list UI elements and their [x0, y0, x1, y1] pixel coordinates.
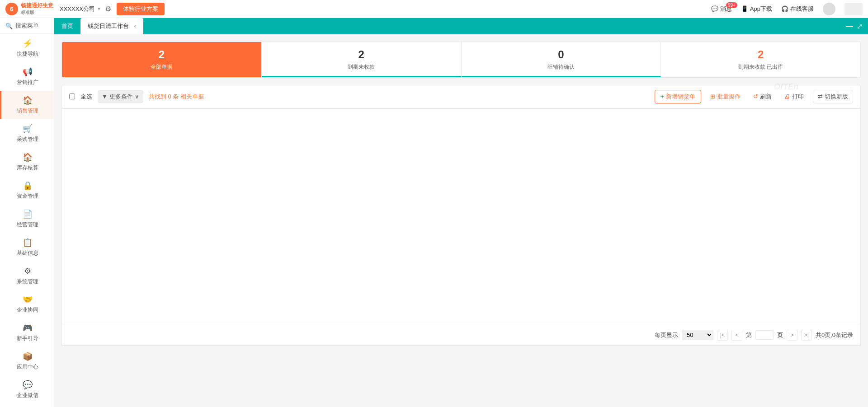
sidebar-search-label: 搜索菜单 — [15, 22, 39, 30]
tab-daily-work[interactable]: 钱货日清工作台 × — [80, 18, 143, 34]
found-count-num: 0 — [168, 93, 171, 100]
sidebar-item-wechat[interactable]: 💬 企业微信 — [0, 375, 54, 404]
filter-label: 更多条件 — [109, 93, 133, 101]
nav-tabs: 首页 钱货日清工作台 × — ⤢ — [54, 18, 868, 34]
switch-icon: ⇄ — [818, 93, 823, 100]
service-label: 在线客服 — [790, 5, 814, 13]
service-icon: 🎧 — [781, 5, 788, 12]
app-logo: 6 畅捷通好生意 标准版 — [5, 2, 60, 16]
toolbar-right: + 新增销货单 ⊞ 批量操作 ↺ 刷新 🖨 打印 ⇄ 切换新版 — [655, 90, 853, 103]
page-number-input[interactable]: 1 — [755, 330, 774, 340]
print-icon: 🖨 — [784, 93, 790, 100]
settings-icon[interactable]: ⚙ — [105, 5, 111, 13]
switch-version-button[interactable]: ⇄ 切换新版 — [813, 90, 853, 103]
stat-card-overdue[interactable]: 2 到期未收款 — [262, 42, 462, 77]
user-name-area[interactable] — [844, 3, 863, 15]
add-sales-order-button[interactable]: + 新增销货单 — [655, 90, 701, 103]
page-size-select[interactable]: 50 20 100 — [682, 330, 713, 340]
app-download-button[interactable]: 📱 App下载 — [741, 5, 772, 13]
sidebar-item-quick-nav[interactable]: ⚡ 快捷导航 — [0, 34, 54, 62]
sidebar-item-label: 应用中心 — [17, 363, 38, 371]
print-button[interactable]: 🖨 打印 — [781, 90, 807, 103]
switch-label: 切换新版 — [825, 93, 848, 101]
sidebar-item-inventory[interactable]: 🏠 库存核算 — [0, 148, 54, 176]
sidebar-item-enterprise[interactable]: 🤝 企业协同 — [0, 290, 54, 318]
underline-bar — [262, 76, 461, 77]
avatar[interactable] — [823, 3, 835, 15]
sidebar-item-label: 新手引导 — [17, 335, 38, 342]
trial-button[interactable]: 体验行业方案 — [117, 3, 165, 15]
page-next-button[interactable]: > — [787, 330, 797, 341]
page-first-button[interactable]: |< — [717, 330, 728, 341]
stat-card-wangpu[interactable]: 0 旺辅待确认 — [462, 42, 661, 77]
sidebar-item-marketing[interactable]: 📢 营销推广 — [0, 62, 54, 91]
online-service-button[interactable]: 🎧 在线客服 — [781, 5, 814, 13]
logo-icon: 6 — [5, 3, 18, 15]
sidebar-item-label: 企业微信 — [17, 392, 38, 399]
stat-label-overdue: 到期未收款 — [271, 63, 452, 71]
sidebar-item-label: 库存核算 — [17, 164, 38, 172]
stat-num-wangpu: 0 — [471, 48, 652, 61]
refresh-icon: ↺ — [753, 93, 758, 100]
message-button[interactable]: 💬 消息 99+ — [711, 5, 732, 13]
inventory-icon: 🏠 — [23, 152, 33, 162]
sidebar-item-member[interactable]: ◇ 畅会员 — [0, 404, 54, 407]
stat-num-overdue: 2 — [271, 48, 452, 61]
sidebar-item-system[interactable]: ⚙ 系统管理 — [0, 262, 54, 290]
page-last-button[interactable]: >| — [801, 330, 812, 341]
company-selector[interactable]: XXXXXX公司 ▼ — [60, 5, 101, 13]
sidebar-item-sales[interactable]: 🏠 销售管理 — [0, 91, 54, 119]
batch-label: 批量操作 — [717, 93, 741, 101]
sidebar-item-finance[interactable]: 🔒 资金管理 — [0, 176, 54, 205]
stat-label-shipped: 到期未收款 已出库 — [670, 63, 851, 71]
sales-icon: 🏠 — [23, 95, 33, 105]
sidebar-item-label: 快捷导航 — [17, 50, 38, 58]
sidebar-item-guide[interactable]: 🎮 新手引导 — [0, 318, 54, 347]
select-all-checkbox[interactable] — [69, 94, 75, 99]
stat-label-all: 全部单据 — [71, 63, 252, 71]
company-name: XXXXXX公司 — [60, 5, 95, 13]
sidebar-item-operations[interactable]: 📄 经营管理 — [0, 205, 54, 233]
stat-card-all[interactable]: 2 全部单据 — [62, 42, 262, 77]
window-expand-icon[interactable]: ⤢ — [857, 22, 863, 31]
window-minimize-icon[interactable]: — — [846, 22, 853, 30]
page-prev-button[interactable]: < — [731, 330, 742, 341]
sidebar-item-label: 系统管理 — [17, 278, 38, 285]
sidebar-item-basic-info[interactable]: 📋 基础信息 — [0, 233, 54, 262]
sidebar-search[interactable]: 🔍 搜索菜单 — [0, 18, 54, 34]
quick-nav-icon: ⚡ — [23, 38, 33, 48]
batch-icon: ⊞ — [710, 93, 715, 100]
tab-close-icon[interactable]: × — [133, 23, 136, 29]
pagination-bar: 每页显示 50 20 100 |< < 第 1 页 > >| 共0页,0条记录 — [61, 325, 861, 346]
page-size-label: 每页显示 — [655, 331, 678, 339]
found-count: 共找到 0 条 相关单据 — [149, 93, 204, 101]
page-label-end: 页 — [777, 331, 783, 339]
batch-operation-button[interactable]: ⊞ 批量操作 — [707, 90, 744, 103]
underline-bar-wangpu — [462, 76, 661, 77]
topbar-right: 💬 消息 99+ 📱 App下载 🎧 在线客服 — [711, 3, 863, 15]
sidebar-item-app-center[interactable]: 📦 应用中心 — [0, 347, 54, 375]
print-label: 打印 — [792, 93, 804, 101]
sidebar-item-label: 采购管理 — [17, 136, 38, 143]
filter-button[interactable]: ▼ 更多条件 ∨ — [98, 90, 143, 103]
app-center-icon: 📦 — [23, 351, 33, 361]
sidebar-item-label: 经营管理 — [17, 221, 38, 229]
stat-num-shipped: 2 — [670, 48, 851, 61]
enterprise-icon: 🤝 — [23, 295, 33, 304]
add-icon: + — [660, 93, 664, 100]
sidebar-item-label: 销售管理 — [17, 107, 38, 115]
filter-dropdown-icon: ∨ — [135, 93, 139, 100]
refresh-button[interactable]: ↺ 刷新 — [750, 90, 775, 103]
nav-tab-controls: — ⤢ — [846, 22, 868, 31]
sidebar-item-purchase[interactable]: 🛒 采购管理 — [0, 119, 54, 148]
app-download-icon: 📱 — [741, 5, 748, 12]
app-name: 畅捷通好生意 — [21, 2, 53, 9]
stat-card-shipped[interactable]: 2 到期未收款 已出库 — [661, 42, 860, 77]
main-content: 2 全部单据 2 到期未收款 0 旺辅待确认 2 到期未收款 已出库 全选 ▼ … — [54, 34, 868, 407]
stat-cards: 2 全部单据 2 到期未收款 0 旺辅待确认 2 到期未收款 已出库 — [61, 42, 861, 78]
operations-icon: 📄 — [23, 209, 33, 219]
guide-icon: 🎮 — [23, 323, 33, 333]
search-icon: 🔍 — [5, 23, 13, 29]
page-total: 共0页,0条记录 — [816, 331, 853, 339]
tab-home[interactable]: 首页 — [54, 18, 80, 34]
